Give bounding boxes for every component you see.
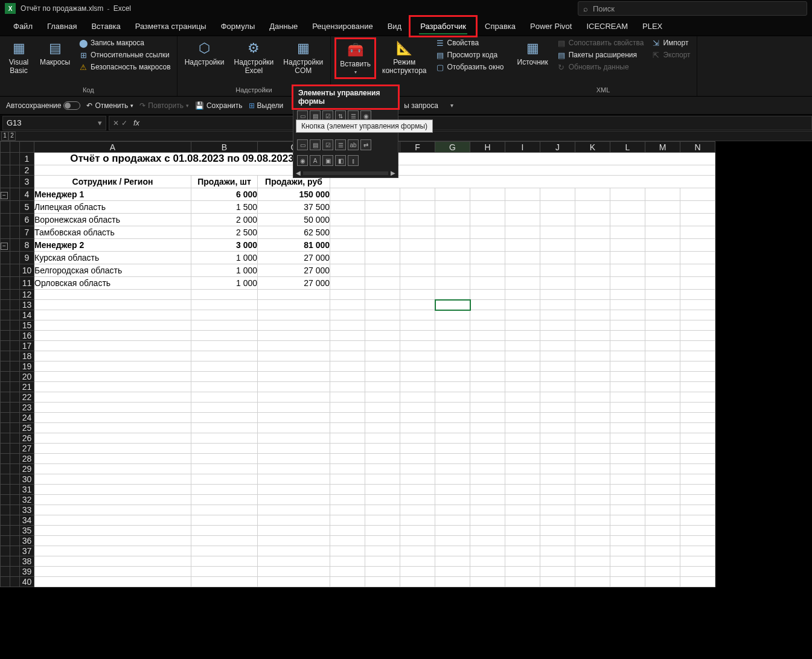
design-mode-button[interactable]: 📐Режим конструктора: [379, 37, 430, 77]
table-cell[interactable]: 27 000: [258, 264, 330, 277]
qat-overflow[interactable]: ▾: [450, 102, 453, 109]
col-header-m[interactable]: M: [645, 142, 680, 153]
table-cell[interactable]: 50 000: [258, 214, 330, 226]
col-header-a[interactable]: A: [34, 142, 191, 153]
header-employee[interactable]: Сотрудник / Регион: [34, 176, 191, 188]
map-properties-button[interactable]: ▤Сопоставить свойства: [554, 37, 647, 48]
active-cell-g13[interactable]: [435, 300, 470, 310]
export-button[interactable]: ⇱Экспорт: [648, 49, 692, 60]
row-header-32[interactable]: 32: [20, 495, 34, 505]
row-header-4[interactable]: 4: [20, 188, 34, 201]
query-button[interactable]: ы запроса: [404, 101, 438, 110]
outline-collapse-button[interactable]: −: [1, 243, 8, 250]
tab-icecream[interactable]: ICECREAM: [579, 18, 635, 34]
refresh-data-button[interactable]: ↻Обновить данные: [554, 62, 647, 72]
tab-review[interactable]: Рецензирование: [305, 18, 380, 34]
source-button[interactable]: ▦Источник: [514, 37, 552, 69]
col-header-j[interactable]: J: [540, 142, 575, 153]
spreadsheet-table[interactable]: A B C D E F G H I J K L M N 1 Отчёт о пр…: [0, 141, 715, 587]
table-cell[interactable]: Менеджер 2: [34, 239, 191, 252]
row-header-11[interactable]: 11: [20, 277, 34, 290]
addins-button[interactable]: ⬡Надстройки: [181, 37, 228, 69]
dropdown-scrollbar[interactable]: ◀ ▶: [293, 168, 398, 177]
col-header-k[interactable]: K: [575, 142, 610, 153]
table-cell[interactable]: 1 000: [191, 252, 258, 264]
row-header-24[interactable]: 24: [20, 413, 34, 423]
row-header-34[interactable]: 34: [20, 515, 34, 526]
row-header-23[interactable]: 23: [20, 403, 34, 413]
row-header-16[interactable]: 16: [20, 331, 34, 341]
row-header-5[interactable]: 5: [20, 201, 34, 214]
expansion-packs-button[interactable]: ▤Пакеты расширения: [554, 49, 647, 60]
tab-view[interactable]: Вид: [380, 18, 409, 34]
table-cell[interactable]: 81 000: [258, 239, 330, 252]
ax-toggle-icon[interactable]: ◧: [335, 155, 346, 166]
row-header-25[interactable]: 25: [20, 423, 34, 433]
row-header-6[interactable]: 6: [20, 214, 34, 226]
row-header-18[interactable]: 18: [20, 351, 34, 361]
row-header-3[interactable]: 3: [20, 176, 34, 188]
table-cell[interactable]: 37 500: [258, 201, 330, 214]
col-header-h[interactable]: H: [470, 142, 505, 153]
row-header-38[interactable]: 38: [20, 556, 34, 567]
row-header-10[interactable]: 10: [20, 264, 34, 277]
ax-combo-icon[interactable]: ▤: [310, 139, 321, 150]
ax-label-icon[interactable]: A: [310, 155, 321, 166]
tab-powerpivot[interactable]: Power Pivot: [523, 18, 579, 34]
report-title[interactable]: Отчёт о продажах с 01.08.2023 по 09.08.2…: [34, 153, 330, 165]
table-cell[interactable]: Липецкая область: [34, 201, 191, 214]
excel-addins-button[interactable]: ⚙Надстройки Excel: [230, 37, 277, 77]
col-header-f[interactable]: F: [400, 142, 435, 153]
row-header-17[interactable]: 17: [20, 341, 34, 351]
row-header-1[interactable]: 1: [20, 153, 34, 165]
row-header-31[interactable]: 31: [20, 485, 34, 495]
col-header-b[interactable]: B: [191, 142, 258, 153]
ax-button-icon[interactable]: ▭: [297, 139, 308, 150]
row-header-9[interactable]: 9: [20, 252, 34, 264]
show-window-button[interactable]: ▢Отобразить окно: [433, 62, 507, 72]
tab-plex[interactable]: PLEX: [635, 18, 670, 34]
outline-level-2[interactable]: 2: [8, 132, 16, 141]
row-header-15[interactable]: 15: [20, 320, 34, 331]
tab-developer[interactable]: Разработчик: [413, 18, 473, 34]
autosave-toggle[interactable]: Автосохранение: [6, 101, 80, 110]
ax-list-icon[interactable]: ☰: [335, 139, 346, 150]
insert-control-button[interactable]: 🧰 Вставить ▾: [336, 39, 374, 77]
row-header-33[interactable]: 33: [20, 505, 34, 515]
row-header-29[interactable]: 29: [20, 464, 34, 474]
row-header-36[interactable]: 36: [20, 536, 34, 546]
table-cell[interactable]: Тамбовская область: [34, 226, 191, 239]
row-header-26[interactable]: 26: [20, 433, 34, 444]
tab-formulas[interactable]: Формулы: [214, 18, 263, 34]
table-cell[interactable]: Белгородская область: [34, 264, 191, 277]
fx-icon[interactable]: fx: [133, 118, 139, 127]
row-header-28[interactable]: 28: [20, 454, 34, 464]
macro-security-button[interactable]: ⚠Безопасность макросов: [76, 62, 173, 72]
search-box[interactable]: ⌕ Поиск: [578, 1, 807, 16]
row-header-20[interactable]: 20: [20, 372, 34, 382]
col-header-l[interactable]: L: [610, 142, 645, 153]
record-macro-button[interactable]: ⬤Запись макроса: [76, 37, 173, 48]
save-button[interactable]: 💾Сохранить: [195, 101, 243, 110]
table-cell[interactable]: 6 000: [191, 188, 258, 201]
table-cell[interactable]: Орловская область: [34, 277, 191, 290]
table-cell[interactable]: 2 500: [191, 226, 258, 239]
ax-more-icon[interactable]: ⫿: [348, 155, 359, 166]
table-cell[interactable]: 150 000: [258, 188, 330, 201]
tab-layout[interactable]: Разметка страницы: [128, 18, 214, 34]
ax-scroll-icon[interactable]: ⇄: [360, 139, 371, 150]
col-header-i[interactable]: I: [505, 142, 540, 153]
tab-home[interactable]: Главная: [40, 18, 84, 34]
tab-file[interactable]: Файл: [6, 18, 40, 34]
table-cell[interactable]: Курская область: [34, 252, 191, 264]
table-cell[interactable]: 1 000: [191, 277, 258, 290]
row-header-7[interactable]: 7: [20, 226, 34, 239]
row-header-2[interactable]: 2: [20, 165, 34, 176]
table-cell[interactable]: 2 000: [191, 214, 258, 226]
row-header-39[interactable]: 39: [20, 567, 34, 577]
undo-button[interactable]: ↶Отменить▾: [86, 101, 133, 110]
table-cell[interactable]: 1 000: [191, 264, 258, 277]
row-header-37[interactable]: 37: [20, 546, 34, 556]
row-header-13[interactable]: 13: [20, 300, 34, 310]
macros-button[interactable]: ▤ Макросы: [36, 37, 74, 69]
